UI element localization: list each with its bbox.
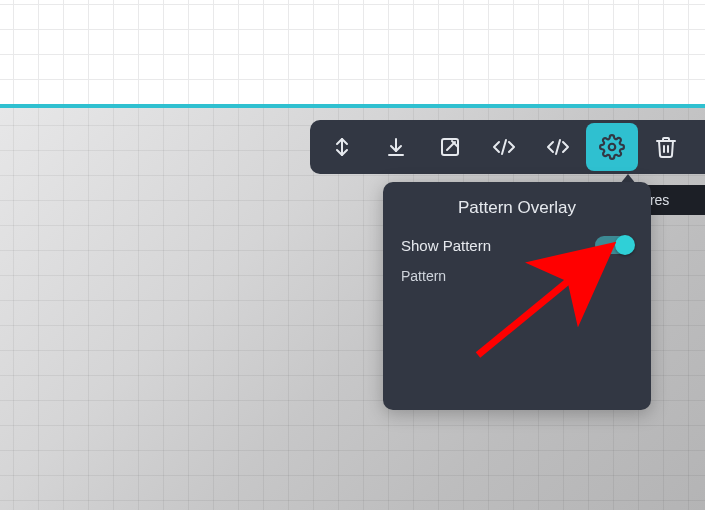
settings-button[interactable]	[586, 123, 638, 171]
show-pattern-toggle[interactable]	[595, 236, 633, 254]
edit-button[interactable]	[424, 123, 476, 171]
pattern-label: Pattern	[401, 268, 633, 284]
code-icon-alt	[545, 135, 571, 159]
download-button[interactable]	[370, 123, 422, 171]
move-vertical-icon	[330, 135, 354, 159]
show-pattern-row: Show Pattern	[401, 236, 633, 254]
move-button[interactable]	[316, 123, 368, 171]
code-icon	[491, 135, 517, 159]
delete-button[interactable]	[640, 123, 692, 171]
code-button[interactable]	[478, 123, 530, 171]
svg-point-6	[609, 144, 616, 151]
show-pattern-label: Show Pattern	[401, 237, 491, 254]
element-toolbar	[310, 120, 705, 174]
panel-title: Pattern Overlay	[401, 198, 633, 218]
pattern-overlay-panel: Pattern Overlay Show Pattern Pattern	[383, 182, 651, 410]
trash-icon	[654, 135, 678, 159]
code-alt-button[interactable]	[532, 123, 584, 171]
svg-line-4	[502, 140, 506, 154]
toggle-knob	[615, 235, 635, 255]
top-grid-area	[0, 0, 705, 104]
gear-icon	[599, 134, 625, 160]
edit-icon	[438, 135, 462, 159]
download-icon	[384, 135, 408, 159]
svg-line-5	[556, 140, 560, 154]
canvas-stage: tres Pattern Overlay Show Pattern Patter…	[0, 0, 705, 510]
